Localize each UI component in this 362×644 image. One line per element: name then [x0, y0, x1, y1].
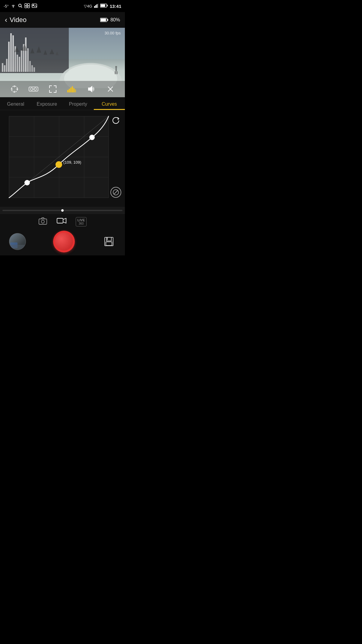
svg-rect-36: [70, 88, 71, 92]
curves-container[interactable]: (109, 109): [3, 113, 122, 204]
battery-percent-label: 80%: [110, 17, 120, 23]
bottom-controls: LIVE 360: [0, 214, 125, 255]
video-mode-button[interactable]: [56, 217, 67, 226]
wifi-icon: [11, 4, 16, 9]
tab-curves[interactable]: Curves: [94, 97, 125, 110]
save-button[interactable]: [102, 235, 116, 248]
svg-rect-38: [73, 88, 75, 92]
svg-rect-35: [69, 89, 70, 92]
svg-rect-9: [94, 6, 95, 8]
curve-point-1: [24, 180, 30, 185]
progress-indicator: [61, 209, 64, 212]
expand-button[interactable]: [47, 83, 59, 95]
svg-rect-15: [100, 5, 105, 7]
svg-line-2: [21, 6, 22, 8]
svg-point-32: [34, 88, 37, 90]
svg-point-21: [115, 66, 117, 68]
video-controls: [0, 81, 125, 97]
tab-property[interactable]: Property: [62, 97, 94, 110]
volume-button[interactable]: [85, 83, 97, 95]
tab-exposure[interactable]: Exposure: [31, 97, 63, 110]
svg-rect-55: [57, 218, 63, 223]
curve-point-3: [89, 135, 95, 140]
svg-rect-34: [67, 90, 68, 92]
svg-rect-37: [72, 86, 73, 92]
close-button[interactable]: [105, 83, 116, 95]
image-icon: [32, 4, 37, 9]
battery-status-icon: [100, 4, 108, 8]
curves-graph[interactable]: (109, 109): [3, 115, 115, 204]
signal-type-label: ▽4G: [84, 4, 92, 8]
svg-point-54: [41, 220, 44, 223]
photo-mode-button[interactable]: [38, 217, 47, 226]
video-area: 30.00 fps: [0, 28, 125, 97]
tab-general[interactable]: General: [0, 97, 31, 110]
svg-rect-11: [97, 4, 97, 8]
progress-bar-area: [0, 207, 125, 214]
mode-buttons: LIVE 360: [6, 217, 119, 226]
vr-button[interactable]: [28, 83, 39, 95]
svg-rect-18: [100, 19, 106, 21]
svg-rect-17: [107, 19, 108, 21]
fps-label: 30.00 fps: [105, 31, 121, 35]
status-right: ▽4G 13:41: [84, 4, 121, 9]
back-button[interactable]: ‹: [5, 16, 7, 24]
svg-rect-14: [107, 5, 108, 6]
title-bar-right: 80%: [100, 17, 120, 23]
title-bar-left: ‹ Video: [5, 16, 27, 24]
app-icon-1: [24, 3, 30, 9]
svg-rect-6: [27, 6, 30, 8]
page-title: Video: [10, 16, 27, 24]
thumbnail-button[interactable]: [9, 233, 26, 250]
temperature-label: -5°: [4, 4, 9, 8]
svg-rect-24: [116, 71, 118, 74]
main-controls: [6, 231, 119, 252]
svg-marker-40: [88, 86, 92, 92]
svg-rect-58: [106, 242, 112, 245]
status-bar: -5°: [0, 0, 125, 12]
null-button[interactable]: [110, 187, 121, 198]
svg-rect-12: [98, 4, 98, 8]
curve-coordinates: (109, 109): [63, 160, 81, 165]
signal-bars-icon: [94, 4, 98, 9]
svg-rect-39: [75, 89, 76, 92]
live360-mode-button[interactable]: LIVE 360: [76, 217, 87, 226]
svg-rect-3: [25, 4, 27, 6]
curves-panel: (109, 109): [0, 110, 125, 207]
svg-point-1: [18, 4, 21, 7]
svg-rect-10: [95, 5, 96, 8]
svg-rect-53: [39, 219, 47, 224]
battery-title-icon: [100, 18, 109, 22]
svg-line-52: [114, 191, 118, 194]
curve-point-active: [56, 161, 62, 168]
search-icon: [18, 3, 23, 9]
svg-point-0: [13, 7, 14, 8]
svg-rect-4: [27, 4, 30, 6]
svg-rect-5: [25, 6, 27, 8]
title-bar: ‹ Video 80%: [0, 12, 125, 28]
status-left: -5°: [4, 3, 37, 9]
tab-bar: General Exposure Property Curves: [0, 97, 125, 110]
svg-rect-22: [116, 68, 117, 71]
record-button[interactable]: [53, 231, 75, 252]
waveform-button[interactable]: [66, 83, 78, 95]
crosshair-button[interactable]: [9, 83, 20, 95]
svg-rect-23: [115, 71, 116, 74]
time-label: 13:41: [110, 4, 121, 9]
svg-point-31: [30, 88, 33, 90]
